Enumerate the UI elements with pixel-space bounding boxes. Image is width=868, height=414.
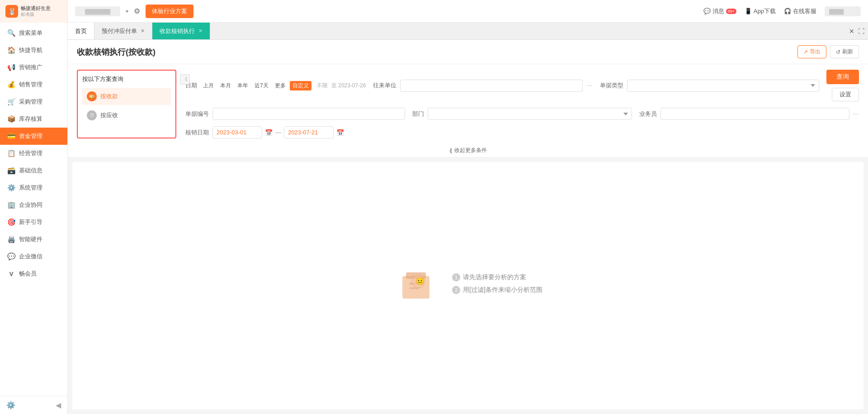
sidebar-item-purchase[interactable]: 🛒 采购管理: [0, 93, 67, 110]
setting-button[interactable]: 设置: [832, 88, 859, 101]
sidebar-item-system[interactable]: ⚙️ 系统管理: [0, 179, 67, 196]
export-button[interactable]: ↗ 导出: [797, 45, 826, 58]
verify-date-end-input[interactable]: [284, 126, 334, 138]
step2-num: 2: [452, 286, 460, 294]
this-month-btn[interactable]: 本月: [218, 81, 233, 91]
sidebar-item-search[interactable]: 🔍 搜索菜单: [0, 24, 67, 42]
doc-no-input[interactable]: [212, 108, 405, 120]
salesman-more-icon[interactable]: ···: [853, 110, 859, 118]
refresh-button[interactable]: ↺ 刷新: [830, 45, 859, 58]
marketing-icon: 📢: [7, 63, 15, 71]
collapse-panel-btn[interactable]: 《: [180, 74, 190, 85]
sidebar-item-collab[interactable]: 🏢 企业协同: [0, 196, 67, 214]
app-download-button[interactable]: 📱 App下载: [745, 7, 776, 15]
close-tab-btn[interactable]: ✕: [849, 28, 854, 35]
verify-date-separator: —: [275, 129, 281, 136]
hardware-icon: 🖨️: [7, 235, 15, 243]
verify-date-start-input[interactable]: [212, 126, 262, 138]
empty-state: 😐 1 请先选择要分析的方案 2 用[过滤]条件来缩小分析范围: [72, 162, 863, 409]
tab-receipt-verify[interactable]: 收款核销执行 ✕: [152, 23, 210, 39]
salesman-label: 业务员: [639, 110, 657, 118]
search-icon: 🔍: [7, 29, 15, 37]
topbar-right: 💬 消息 99+ 📱 App下载 🎧 在线客服 ▓▓▓▓: [703, 6, 861, 16]
collapse-more-area: ⟪ 收起更多条件: [68, 144, 868, 157]
filter-row-1: 日期 上月 本月 本年 近7天 更多 自定义 不限 至 2023-07-26: [185, 70, 859, 101]
inventory-icon: 📦: [7, 115, 15, 123]
verify-end-calendar-icon[interactable]: 📅: [336, 129, 344, 136]
management-icon: 📋: [7, 149, 15, 157]
query-by-receivable[interactable]: ⏱ 按应收: [82, 107, 171, 124]
tab-home[interactable]: 首页: [68, 23, 94, 39]
filter-row-3: 核销日期 📅 — 📅: [185, 126, 859, 138]
refresh-icon: ↺: [836, 49, 840, 55]
dept-field: 部门: [412, 108, 632, 120]
message-badge: 99+: [726, 9, 736, 14]
query-by-receipt[interactable]: 💴 按收款: [82, 88, 171, 105]
doc-no-label: 单据编号: [185, 110, 209, 118]
doc-type-select[interactable]: [627, 80, 819, 92]
system-icon: ⚙️: [7, 184, 15, 192]
home-icon: 🏠: [7, 46, 15, 54]
page-header-actions: ↗ 导出 ↺ 刷新: [797, 45, 859, 64]
sidebar-item-finance[interactable]: 💳 资金管理: [0, 128, 67, 145]
salesman-field: 业务员 ···: [639, 108, 859, 120]
expand-tab-btn[interactable]: ⛶: [858, 28, 864, 35]
this-year-btn[interactable]: 本年: [235, 81, 250, 91]
topbar: ▓▓▓▓▓▓▓ ▾ ⚙ 体验行业方案 💬 消息 99+ 📱 App下载 🎧 在线…: [68, 0, 868, 23]
query-button[interactable]: 查询: [826, 70, 859, 84]
verify-date-range: 📅 — 📅: [212, 126, 344, 138]
doc-type-field: 单据类型: [600, 80, 819, 92]
query-panel: 按以下方案查询 💴 按收款 ⏱ 按应收: [77, 70, 176, 138]
empty-illustration: 😐: [393, 262, 439, 309]
sidebar-item-wechat[interactable]: 💬 企业微信: [0, 248, 67, 265]
settings-footer-icon[interactable]: ⚙️: [6, 401, 15, 409]
sidebar-item-hardware[interactable]: 🖨️ 智能硬件: [0, 231, 67, 248]
tab-prepay[interactable]: 预付冲应付单 ✕: [94, 23, 152, 39]
collapse-sidebar-btn[interactable]: ◀: [56, 401, 61, 409]
settings-icon[interactable]: ⚙: [134, 7, 140, 15]
sidebar: 🐰 畅捷通好生意 标准版 🔍 搜索菜单 🏠 快捷导航 📢 营销推广 💰 销售管理…: [0, 0, 68, 414]
last-month-btn[interactable]: 上月: [201, 81, 216, 91]
sidebar-item-member[interactable]: V 畅会员: [0, 265, 67, 282]
last-7days-btn[interactable]: 近7天: [252, 81, 271, 91]
custom-date-btn[interactable]: 自定义: [290, 81, 311, 90]
sidebar-item-guide[interactable]: 🎯 新手引导: [0, 214, 67, 231]
sidebar-item-quicknav[interactable]: 🏠 快捷导航: [0, 42, 67, 59]
main-area: ▓▓▓▓▓▓▓ ▾ ⚙ 体验行业方案 💬 消息 99+ 📱 App下载 🎧 在线…: [68, 0, 868, 414]
more-date-btn[interactable]: 更多: [273, 81, 288, 91]
receipt-option-icon: 💴: [87, 91, 97, 101]
sidebar-item-management[interactable]: 📋 经营管理: [0, 145, 67, 162]
sidebar-item-inventory[interactable]: 📦 库存核算: [0, 110, 67, 128]
sidebar-item-basic[interactable]: 🗃️ 基础信息: [0, 162, 67, 179]
close-prepay-tab-icon[interactable]: ✕: [141, 28, 145, 34]
brand-chevron-icon[interactable]: ▾: [126, 8, 128, 14]
content-area: 收款核销执行(按收款) ↗ 导出 ↺ 刷新 按以下方案查询 💴 按收款: [68, 40, 868, 414]
guide-icon: 🎯: [7, 218, 15, 226]
dept-label: 部门: [412, 110, 424, 118]
sidebar-nav: 🔍 搜索菜单 🏠 快捷导航 📢 营销推广 💰 销售管理 🛒 采购管理 📦 库存核…: [0, 23, 67, 396]
counterpart-more-icon[interactable]: ···: [586, 81, 592, 90]
date-shortcuts: 上月 本月 本年 近7天 更多 自定义: [201, 81, 311, 91]
wechat-icon: 💬: [7, 252, 15, 261]
collab-icon: 🏢: [7, 201, 15, 209]
salesman-input[interactable]: [660, 108, 849, 120]
date-field: 日期 上月 本月 本年 近7天 更多 自定义 不限 至 2023-07-26: [185, 81, 366, 91]
counterpart-input[interactable]: [400, 80, 583, 92]
sidebar-item-marketing[interactable]: 📢 营销推广: [0, 59, 67, 76]
sales-icon: 💰: [7, 81, 15, 89]
date-range-to: 至 2023-07-26: [331, 82, 366, 90]
basic-icon: 🗃️: [7, 167, 15, 175]
collapse-up-icon: ⟪: [449, 148, 453, 154]
tab-bar: 首页 预付冲应付单 ✕ 收款核销执行 ✕ ✕ ⛶: [68, 23, 868, 40]
collapse-more-btn[interactable]: ⟪ 收起更多条件: [449, 147, 487, 154]
verify-date-label: 核销日期: [185, 128, 209, 137]
close-receipt-tab-icon[interactable]: ✕: [198, 28, 203, 34]
user-info[interactable]: ▓▓▓▓: [825, 6, 861, 16]
verify-start-calendar-icon[interactable]: 📅: [265, 129, 273, 136]
dept-select[interactable]: [428, 108, 632, 120]
sidebar-item-sales[interactable]: 💰 销售管理: [0, 76, 67, 93]
messages-button[interactable]: 💬 消息 99+: [703, 7, 736, 15]
service-icon: 🎧: [784, 8, 791, 14]
solution-button[interactable]: 体验行业方案: [146, 5, 193, 18]
online-service-button[interactable]: 🎧 在线客服: [784, 7, 816, 15]
